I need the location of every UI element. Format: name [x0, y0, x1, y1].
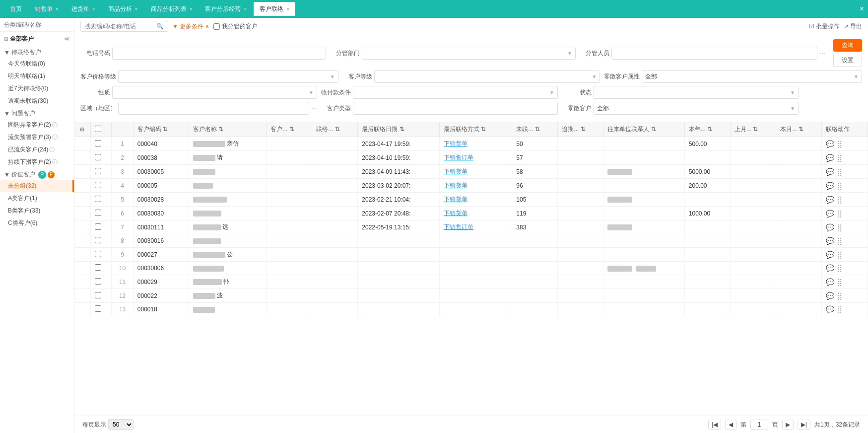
more-action-icon[interactable]: ⣿ [837, 196, 842, 204]
value-group-label[interactable]: ▼ 价值客户 R F [0, 168, 74, 180]
checkbox-header[interactable] [90, 122, 112, 137]
last-month-header[interactable]: 上月... ⇅ [730, 122, 776, 137]
chat-icon[interactable]: 💬 [826, 251, 834, 259]
last-date-header[interactable]: 最后联络日期 ⇅ [358, 122, 440, 137]
overdue-header[interactable]: 逾期... ⇅ [558, 122, 603, 137]
chat-icon[interactable]: 💬 [826, 237, 834, 245]
first-page-btn[interactable]: |◀ [708, 420, 721, 430]
row-last-method[interactable]: 下销货单 [439, 193, 512, 207]
tab-analysis-close[interactable]: × [135, 6, 138, 12]
payment-select[interactable]: ▼ [353, 86, 558, 99]
chat-icon[interactable]: 💬 [826, 264, 834, 272]
row-checkbox[interactable] [90, 220, 112, 234]
dept-select[interactable]: ▼ [362, 47, 576, 60]
tab-purchase[interactable]: 进货单 × [66, 2, 101, 16]
row-select-checkbox[interactable] [95, 140, 101, 146]
sidebar-item-abnormal[interactable]: 固购异常客户(2) ⓘ [0, 119, 74, 131]
tab-sales-close[interactable]: × [56, 6, 59, 12]
row-last-method[interactable] [439, 275, 512, 289]
chat-icon[interactable]: 💬 [826, 154, 834, 162]
row-checkbox[interactable] [90, 137, 112, 151]
row-select-checkbox[interactable] [95, 210, 101, 216]
last-method-header[interactable]: 最后联络方式 ⇅ [439, 122, 512, 137]
sparse-attr-select[interactable]: 全部 ▼ [642, 70, 862, 83]
contact-header[interactable]: 联络... ⇅ [312, 122, 358, 137]
row-last-method[interactable]: 下销货单 [439, 137, 512, 151]
more-action-icon[interactable]: ⣿ [837, 292, 842, 300]
sparse-customer-select[interactable]: 全部 ▼ [594, 102, 799, 115]
code-header[interactable]: 客户编码 ⇅ [133, 122, 189, 137]
sidebar-item-a-type[interactable]: A类客户(1) [0, 192, 74, 205]
more-action-icon[interactable]: ⣿ [837, 210, 842, 217]
problem-group-label[interactable]: ▼ 问题客户 [0, 107, 74, 119]
chat-icon[interactable]: 💬 [826, 305, 834, 313]
manager-dots[interactable]: ··· [819, 49, 825, 57]
row-last-method[interactable]: 下销售订单 [439, 220, 512, 234]
row-last-method[interactable] [439, 234, 512, 248]
more-action-icon[interactable]: ⣿ [837, 264, 842, 272]
row-checkbox[interactable] [90, 207, 112, 220]
chat-icon[interactable]: 💬 [826, 223, 834, 231]
sidebar-item-tomorrow[interactable]: 明天待联络(1) [0, 70, 74, 82]
row-select-checkbox[interactable] [95, 278, 101, 285]
row-select-checkbox[interactable] [95, 182, 101, 188]
chat-icon[interactable]: 💬 [826, 196, 834, 204]
row-checkbox[interactable] [90, 165, 112, 179]
row-select-checkbox[interactable] [95, 264, 101, 271]
status-select[interactable]: ▼ [594, 86, 799, 99]
row-last-method[interactable] [439, 262, 512, 275]
sidebar-search-input[interactable] [4, 21, 74, 28]
page-number-input[interactable] [750, 420, 768, 430]
chat-icon[interactable]: 💬 [826, 292, 834, 300]
prev-page-btn[interactable]: ◀ [725, 420, 736, 430]
row-checkbox[interactable] [90, 179, 112, 193]
reset-btn[interactable]: 设置 [833, 54, 862, 67]
last-method-link[interactable]: 下销售订单 [444, 223, 473, 230]
sidebar-item-7days[interactable]: 近7天待联络(0) [0, 82, 74, 95]
this-month-header[interactable]: 本月... ⇅ [776, 122, 821, 137]
sidebar-item-declining[interactable]: 持续下滑客户(2) ⓘ [0, 156, 74, 168]
row-select-checkbox[interactable] [95, 305, 101, 312]
row-checkbox[interactable] [90, 303, 112, 316]
my-customers-checkbox[interactable] [213, 23, 220, 30]
row-last-method[interactable]: 下销货单 [439, 207, 512, 220]
row-select-checkbox[interactable] [95, 237, 101, 243]
customer-level-select[interactable]: ▼ [374, 70, 601, 83]
last-method-link[interactable]: 下销货单 [444, 196, 467, 203]
more-action-icon[interactable]: ⣿ [837, 251, 842, 259]
chat-icon[interactable]: 💬 [826, 168, 834, 176]
collapse-icon[interactable]: ≪ [64, 36, 70, 42]
tab-analysis-list-close[interactable]: × [190, 6, 193, 12]
row-checkbox[interactable] [90, 234, 112, 248]
row-checkbox[interactable] [90, 151, 112, 165]
more-action-icon[interactable]: ⣿ [837, 278, 842, 286]
all-customers-header[interactable]: ⊞ 全部客户 ≪ [0, 32, 74, 46]
type-header[interactable]: 客户... ⇅ [267, 122, 312, 137]
main-search-input[interactable] [85, 23, 154, 30]
row-select-checkbox[interactable] [95, 251, 101, 257]
row-last-method[interactable]: 下销货单 [439, 165, 512, 179]
more-action-icon[interactable]: ⣿ [837, 182, 842, 190]
row-last-method[interactable]: 下销售订单 [439, 151, 512, 165]
unit-contact-header[interactable]: 往来单位联系人 ⇅ [603, 122, 685, 137]
row-checkbox[interactable] [90, 193, 112, 207]
sidebar-item-churn-warn[interactable]: 流失预警客户(3) ⓘ [0, 131, 74, 144]
row-checkbox[interactable] [90, 289, 112, 303]
row-select-checkbox[interactable] [95, 292, 101, 298]
tab-customer-contact-close[interactable]: × [286, 6, 289, 12]
close-all-tabs[interactable]: × [860, 4, 864, 13]
nature-select[interactable]: ▼ [112, 86, 317, 99]
row-last-method[interactable]: 下销货单 [439, 179, 512, 193]
select-all-checkbox[interactable] [95, 126, 101, 132]
sidebar-item-today[interactable]: 今天待联络(0) [0, 58, 74, 70]
manager-select[interactable] [611, 47, 817, 60]
main-search-icon[interactable]: 🔍 [156, 23, 164, 30]
row-select-checkbox[interactable] [95, 223, 101, 230]
more-action-icon[interactable]: ⣿ [837, 223, 842, 231]
row-select-checkbox[interactable] [95, 196, 101, 202]
sidebar-item-ungroup[interactable]: 未分组(32) [0, 180, 74, 192]
row-select-checkbox[interactable] [95, 154, 101, 160]
tab-analysis-list[interactable]: 商品分析列表 × [145, 2, 199, 16]
region-dots[interactable]: ··· [311, 104, 317, 112]
row-checkbox[interactable] [90, 275, 112, 289]
